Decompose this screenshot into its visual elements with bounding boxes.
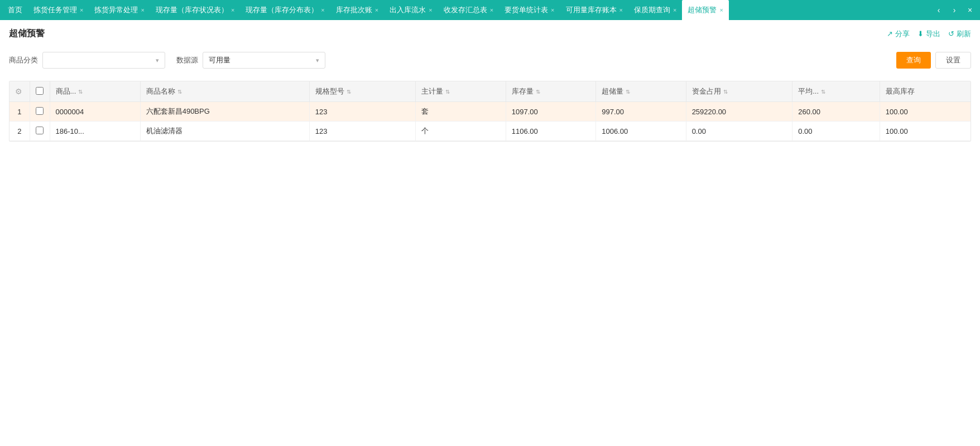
nav-close-quality[interactable]: × [673,7,676,13]
cell-max-inventory: 100.00 [880,122,971,141]
th-inventory[interactable]: 库存量 ⇅ [506,81,595,102]
nav-close-order-stat[interactable]: × [551,7,554,13]
filter-bar: 商品分类 ▾ 数据源 可用量 ▾ 查询 设置 [9,47,971,73]
nav-item-inout-flow[interactable]: 出入库流水× [384,0,438,20]
sort-unit-icon: ⇅ [445,89,450,95]
nav-item-label-task-mgmt: 拣货任务管理 [33,5,77,15]
cell-unit: 套 [416,102,506,122]
export-icon: ⬇ [917,30,924,38]
cell-avg: 260.00 [792,102,880,122]
nav-close-collect[interactable]: × [490,7,493,13]
sort-product-name-icon: ⇅ [177,89,182,95]
cell-product-code: 186-10... [50,122,140,141]
cell-overstock: 1006.00 [596,122,686,141]
query-button[interactable]: 查询 [896,52,931,69]
datasource-select[interactable]: 可用量 ▾ [203,52,325,69]
th-capital[interactable]: 资金占用 ⇅ [686,81,792,102]
th-spec[interactable]: 规格型号 ⇅ [309,81,416,102]
nav-item-label-home: 首页 [8,5,22,15]
th-product-name[interactable]: 商品名称 ⇅ [140,81,309,102]
th-overstock[interactable]: 超储量 ⇅ [596,81,686,102]
sort-product-code-icon: ⇅ [78,89,83,95]
table-header-row: ⚙ 商品... ⇅ 商品名称 ⇅ [9,81,971,102]
nav-item-quality[interactable]: 保质期查询× [628,0,682,20]
datasource-dropdown-icon: ▾ [316,57,319,64]
nav-item-label-collect: 收发存汇总表 [444,5,487,15]
nav-close-inout-flow[interactable]: × [429,7,432,13]
nav-item-overstock[interactable]: 超储预警× [682,0,728,20]
nav-item-label-quality: 保质期查询 [634,5,670,15]
settings-button[interactable]: 设置 [935,52,971,69]
th-spec-label: 规格型号 [315,86,344,96]
nav-item-collect[interactable]: 收发存汇总表× [438,0,499,20]
nav-item-inventory-dist[interactable]: 现存量（库存分布表）× [240,0,330,20]
row-checkbox-1[interactable] [36,127,44,134]
nav-item-label-exception: 拣货异常处理 [94,5,138,15]
table-body: 10000004六配套新昌490BPG123套1097.00997.002592… [9,102,971,141]
nav-close-batch[interactable]: × [375,7,378,13]
table-gear-icon[interactable]: ⚙ [15,87,22,96]
cell-overstock: 997.00 [596,102,686,122]
page-content: 超储预警 ↗ 分享 ⬇ 导出 ↺ 刷新 商品分类 ▾ 数据源 [0,20,980,149]
nav-item-label-inventory-dist: 现存量（库存分布表） [246,5,318,15]
row-checkbox[interactable] [30,122,50,141]
th-unit[interactable]: 主计量 ⇅ [416,81,506,102]
cell-spec: 123 [309,122,416,141]
nav-close-inventory-dist[interactable]: × [321,7,324,13]
export-label: 导出 [926,29,940,39]
nav-item-task-mgmt[interactable]: 拣货任务管理× [28,0,89,20]
sort-inventory-icon: ⇅ [536,89,540,95]
nav-item-home[interactable]: 首页 [2,0,28,20]
nav-item-inventory-status[interactable]: 现存量（库存状况表）× [150,0,240,20]
nav-close-exception[interactable]: × [141,7,144,13]
nav-close-inventory-status[interactable]: × [231,7,234,13]
export-action[interactable]: ⬇ 导出 [917,29,940,39]
nav-next-arrow[interactable]: › [947,0,962,20]
th-avg[interactable]: 平均... ⇅ [792,81,880,102]
nav-item-label-usable-account: 可用量库存账本 [566,5,617,15]
nav-item-order-stat[interactable]: 要货单统计表× [499,0,560,20]
th-product-code-label: 商品... [56,86,76,96]
row-checkbox[interactable] [30,102,50,122]
category-select[interactable]: ▾ [42,52,165,69]
cell-unit: 个 [416,122,506,141]
th-overstock-label: 超储量 [602,86,623,96]
row-checkbox-0[interactable] [36,107,44,115]
th-product-name-label: 商品名称 [146,86,175,96]
header-actions: ↗ 分享 ⬇ 导出 ↺ 刷新 [887,29,971,39]
data-table: ⚙ 商品... ⇅ 商品名称 ⇅ [9,81,971,141]
category-filter-group: 商品分类 ▾ [9,52,165,69]
nav-more-arrow[interactable]: × [962,0,978,20]
cell-product-name: 机油滤清器 [140,122,309,141]
th-max-inventory-label: 最高库存 [886,86,915,96]
nav-item-usable-account[interactable]: 可用量库存账本× [560,0,628,20]
select-all-checkbox[interactable] [36,87,44,95]
nav-close-task-mgmt[interactable]: × [80,7,83,13]
nav-item-label-overstock: 超储预警 [688,5,717,15]
th-max-inventory[interactable]: 最高库存 [880,81,971,102]
row-index: 2 [9,122,30,141]
refresh-action[interactable]: ↺ 刷新 [948,29,971,39]
page-header: 超储预警 ↗ 分享 ⬇ 导出 ↺ 刷新 [9,28,971,40]
nav-prev-arrow[interactable]: ‹ [931,0,947,20]
nav-item-batch[interactable]: 库存批次账× [330,0,384,20]
sort-avg-icon: ⇅ [821,89,825,95]
category-label: 商品分类 [9,55,38,65]
table-row: 10000004六配套新昌490BPG123套1097.00997.002592… [9,102,971,122]
share-action[interactable]: ↗ 分享 [887,29,910,39]
sort-spec-icon: ⇅ [347,89,351,95]
top-nav: 首页拣货任务管理×拣货异常处理×现存量（库存状况表）×现存量（库存分布表）×库存… [0,0,980,20]
th-unit-label: 主计量 [421,86,443,96]
nav-item-exception[interactable]: 拣货异常处理× [89,0,150,20]
nav-close-usable-account[interactable]: × [619,7,623,13]
cell-capital: 259220.00 [686,102,792,122]
cell-inventory: 1106.00 [506,122,595,141]
cell-inventory: 1097.00 [506,102,595,122]
page-title: 超储预警 [9,28,45,40]
nav-close-overstock[interactable]: × [719,7,723,13]
th-capital-label: 资金占用 [692,86,721,96]
table-row: 2186-10...机油滤清器123个1106.001006.000.000.0… [9,122,971,141]
cell-product-code: 0000004 [50,102,140,122]
datasource-select-value: 可用量 [209,55,230,65]
th-product-code[interactable]: 商品... ⇅ [50,81,140,102]
